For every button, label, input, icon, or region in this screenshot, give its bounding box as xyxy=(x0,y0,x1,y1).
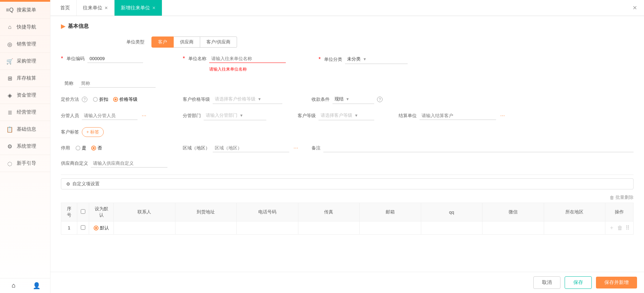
select-all-checkbox[interactable] xyxy=(81,209,85,214)
add-tag-button[interactable]: + 标签 xyxy=(82,127,104,137)
sidebar-item-inventory[interactable]: ⊞ 库存核算 xyxy=(0,70,50,87)
sidebar-item-purchase[interactable]: 🛒 采购管理 xyxy=(0,53,50,70)
pricing-radio-discount[interactable]: 折扣 xyxy=(93,96,108,103)
disable-radio-yes[interactable]: 是 xyxy=(76,145,86,151)
unit-category-select[interactable]: 未分类 ▼ xyxy=(345,55,408,64)
note-group: 备注 xyxy=(312,144,634,152)
unit-code-input[interactable] xyxy=(87,55,143,63)
short-name-row: 简称 xyxy=(61,79,634,88)
disable-radio-no[interactable]: 否 xyxy=(91,145,102,151)
pricing-help-icon[interactable]: ? xyxy=(82,97,87,102)
tab-new-unit-close[interactable]: ✕ xyxy=(152,6,156,10)
payment-term-select[interactable]: 现结 ▼ xyxy=(332,95,374,104)
tab-unit-close[interactable]: ✕ xyxy=(104,6,108,10)
sidebar-item-finance[interactable]: ◈ 资金管理 xyxy=(0,87,50,104)
payment-help-icon[interactable]: ? xyxy=(377,97,383,102)
col-fax: 传真 xyxy=(298,203,359,221)
sidebar-item-basic-info[interactable]: 📋 基础信息 xyxy=(0,121,50,138)
batch-delete-button[interactable]: 🗑 批量删除 xyxy=(610,194,634,201)
sales-icon: ◎ xyxy=(6,41,13,48)
settlement-more-icon[interactable]: ··· xyxy=(499,113,506,119)
sidebar-item-system[interactable]: ⚙ 系统管理 xyxy=(0,138,50,155)
cancel-button[interactable]: 取消 xyxy=(533,276,560,289)
unit-type-supplier[interactable]: 供应商 xyxy=(174,36,200,48)
department-chevron-icon: ▼ xyxy=(239,113,243,117)
cell-fax[interactable] xyxy=(298,221,359,235)
pricing-radio-level[interactable]: 价格等级 xyxy=(113,96,138,103)
basic-info-icon: 📋 xyxy=(6,126,13,133)
tag-btn-label: + 标签 xyxy=(86,129,99,135)
sidebar-item-sales[interactable]: ◎ 销售管理 xyxy=(0,36,50,53)
manager-input[interactable] xyxy=(82,112,138,120)
col-email: 邮箱 xyxy=(360,203,421,221)
unit-type-customer[interactable]: 客户 xyxy=(151,36,174,48)
manager-label: 分管人员 xyxy=(61,113,79,119)
unit-name-input[interactable] xyxy=(209,55,286,63)
region-more-icon[interactable]: ··· xyxy=(292,145,299,151)
cell-region[interactable] xyxy=(544,221,605,235)
department-select[interactable]: 请输入分管部门 ▼ xyxy=(204,111,266,120)
email-input[interactable] xyxy=(363,225,417,230)
customer-level-label: 客户等级 xyxy=(298,113,316,119)
delete-row-icon[interactable]: 🗑 xyxy=(617,225,623,231)
region-table-input[interactable] xyxy=(548,225,602,230)
sidebar-item-operation[interactable]: ≣ 经营管理 xyxy=(0,104,50,121)
cell-action: ＋ 🗑 ⠿ xyxy=(605,221,633,235)
payment-term-label: 收款条件 xyxy=(312,96,330,103)
tab-new-unit-label: 新增往来单位 xyxy=(121,5,150,11)
supplier-custom-input[interactable] xyxy=(91,159,167,168)
custom-settings-button[interactable]: ⚙ 自定义项设置 xyxy=(61,178,634,189)
cell-wechat[interactable] xyxy=(482,221,544,235)
manager-more-icon[interactable]: ··· xyxy=(140,113,148,119)
sidebar-item-label: 采购管理 xyxy=(17,58,36,64)
customer-price-label: 客户价格等级 xyxy=(183,96,210,103)
col-region: 所在地区 xyxy=(544,203,605,221)
short-name-input[interactable] xyxy=(79,79,156,88)
cell-email[interactable] xyxy=(360,221,421,235)
sidebar-item-quicknav[interactable]: ⌂ 快捷导航 xyxy=(0,19,50,36)
cell-address[interactable] xyxy=(175,221,236,235)
tag-label: 客户标签 xyxy=(61,129,79,135)
add-row-icon[interactable]: ＋ xyxy=(609,224,614,231)
cell-default: 默认 xyxy=(89,221,113,235)
phone-input[interactable] xyxy=(240,225,294,230)
supplier-custom-label: 供应商自定义 xyxy=(61,160,88,166)
payment-term-chevron-icon: ▼ xyxy=(346,97,350,101)
sidebar-home-icon[interactable]: ⌂ xyxy=(3,282,24,290)
sidebar-item-guide[interactable]: ◌ 新手引导 xyxy=(0,155,50,172)
sidebar-item-label: 库存核算 xyxy=(17,75,36,81)
note-input[interactable] xyxy=(323,144,634,152)
section-basic-info: ▶ 基本信息 xyxy=(61,23,634,30)
cell-contact[interactable] xyxy=(114,221,175,235)
customer-price-select[interactable]: 请选择客户价格等级 ▼ xyxy=(213,95,282,104)
sidebar-item-search[interactable]: ≡Q 搜索菜单 xyxy=(0,2,50,19)
code-name-row: * 单位编码 * 单位名称 请输入往来单位名称 * 单位分类 未分类 ▼ xyxy=(61,55,634,72)
disable-radio-yes-circle xyxy=(76,146,80,150)
tab-unit[interactable]: 往来单位 ✕ xyxy=(77,0,115,16)
row-checkbox[interactable] xyxy=(81,225,85,230)
sidebar-user-icon[interactable]: 👤 xyxy=(26,282,47,290)
save-button[interactable]: 保存 xyxy=(565,276,592,289)
qq-input[interactable] xyxy=(425,225,479,230)
fax-input[interactable] xyxy=(302,225,356,230)
operation-icon: ≣ xyxy=(6,109,13,116)
cell-phone[interactable] xyxy=(237,221,298,235)
window-close-button[interactable]: ✕ xyxy=(629,5,641,11)
save-and-new-button[interactable]: 保存并新增 xyxy=(596,277,637,288)
cell-qq[interactable] xyxy=(421,221,482,235)
region-input[interactable] xyxy=(213,144,289,152)
tab-home[interactable]: 首页 xyxy=(54,0,77,16)
unit-type-both[interactable]: 客户/供应商 xyxy=(200,36,237,48)
customer-level-select[interactable]: 请选择客户等级 ▼ xyxy=(319,111,374,120)
address-input[interactable] xyxy=(179,225,233,230)
settlement-input[interactable] xyxy=(419,112,496,120)
default-radio-circle[interactable] xyxy=(94,226,99,230)
contact-input[interactable] xyxy=(117,225,171,230)
payment-term-group: 收款条件 现结 ▼ ? xyxy=(312,95,383,104)
col-seq: 序号 xyxy=(61,203,77,221)
unit-code-group: * 单位编码 xyxy=(61,55,179,63)
tab-new-unit[interactable]: 新增往来单位 ✕ xyxy=(115,0,162,16)
wechat-input[interactable] xyxy=(486,225,540,230)
table-header: 序号 设为默认 联系人 到货地址 电话号码 传真 邮箱 qq 微信 所在地区 操… xyxy=(61,203,634,221)
disable-radio-group: 是 否 xyxy=(76,145,102,151)
